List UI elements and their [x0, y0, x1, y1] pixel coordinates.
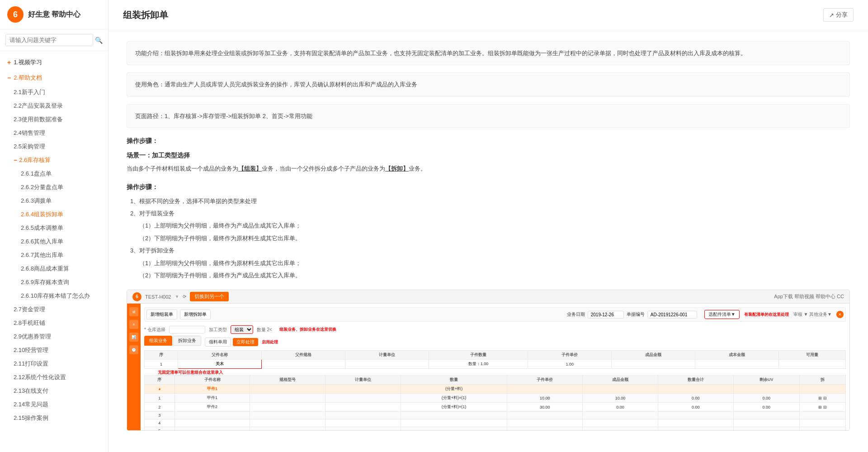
- sidebar-item-2-6-3[interactable]: 2.6.3调拨单: [21, 194, 108, 208]
- sidebar-item-2-7[interactable]: 2.7资金管理: [14, 303, 108, 316]
- path-intro-text: 页面路径：1、库存核算->库存管理->组装拆卸单 2、首页->常用功能: [135, 113, 312, 119]
- th-unit: 计量单位: [345, 351, 429, 360]
- more-btns: 审核 ▼ 其他业务▼: [793, 311, 832, 318]
- feature-intro-block: 功能介绍：组装拆卸单用来处理企业组装或拆卸等加工业务，支持有固定装配清单的产品加…: [127, 41, 850, 65]
- tabs-row: 组装业务 拆卸业务 领料单用 立即处理 启用处理: [144, 336, 846, 348]
- th-sub-spec: 规格型号: [250, 376, 326, 385]
- steps-label: 操作步骤：: [127, 183, 850, 191]
- sidebar-item-2-15[interactable]: 2.15操作案例: [14, 411, 108, 425]
- sidebar-item-2-6-9[interactable]: 2.6.9库存账本查询: [21, 276, 108, 289]
- main-content-area: 组装拆卸单 ↗ 分享 功能介绍：组装拆卸单用来处理企业组装或拆卸等加工业务，支持…: [108, 0, 868, 452]
- annotation-area-top: 新增组装单 新增拆卸单 业务日期 单据编号 选配件清单▼: [144, 307, 846, 430]
- sidebar-item-2-10[interactable]: 2.10经营管理: [14, 343, 108, 357]
- no-label: 单据编号: [627, 311, 645, 318]
- form-label-3: 数量 2<: [257, 327, 272, 333]
- table-row: 5: [145, 427, 846, 431]
- search-button[interactable]: 🔍: [95, 37, 103, 44]
- td-product-amt: [612, 360, 695, 369]
- sidebar-item-2-2[interactable]: 2.2产品安装及登录: [14, 99, 108, 113]
- table-row: 1 甲件1 (分量+料)×(1) 10.00 10.00 0.00 0.00: [145, 394, 846, 403]
- step3: 3、对于拆卸业务: [130, 245, 850, 256]
- step2: 2、对于组装业务: [130, 208, 850, 219]
- sidebar-item-help-docs[interactable]: − 2.帮助文档: [0, 70, 108, 86]
- td-available: [779, 360, 846, 369]
- dropdown-icon: ▼: [175, 294, 179, 299]
- sidebar-item-2-6[interactable]: − 2.6库存核算: [14, 153, 108, 167]
- feature-intro-text: 功能介绍：组装拆卸单用来处理企业组装或拆卸等加工业务，支持有固定装配清单的产品加…: [135, 50, 746, 57]
- sidebar-item-2-6-7[interactable]: 2.6.7其他出库单: [21, 248, 108, 262]
- steps-title: 操作步骤：: [127, 137, 850, 145]
- app-main-area: 新增组装单 新增拆卸单 业务日期 单据编号 选配件清单▼: [141, 304, 849, 430]
- date-input[interactable]: [588, 311, 624, 319]
- sidebar-item-2-6-2[interactable]: 2.6.2分量盘点单: [21, 181, 108, 194]
- warehouse-input[interactable]: [169, 326, 205, 333]
- enable-input[interactable]: 领料单用: [205, 338, 231, 347]
- parent-table: 序 父件名称 父件规格 计量单位 子件数量 子件单价 成品金额 成本金额 可用量: [144, 350, 846, 369]
- th-sub-product-amt: 成品金额: [583, 376, 658, 385]
- sidebar-item-2-11[interactable]: 2.11打印设置: [14, 357, 108, 371]
- no-input[interactable]: [647, 311, 697, 319]
- sidebar-item-2-8[interactable]: 2.8手机旺铺: [14, 316, 108, 330]
- new-disassembly-btn[interactable]: 新增拆卸单: [180, 309, 211, 319]
- search-input[interactable]: [5, 34, 93, 46]
- td-seq: 1: [145, 360, 178, 369]
- sidebar-item-2-12[interactable]: 2.12系统个性化设置: [14, 371, 108, 384]
- app-body: ⊞ ≡ 📊 🕐 新增组装单 新增拆卸单: [127, 304, 849, 430]
- tab-bar: 组装业务 拆卸业务: [144, 336, 201, 346]
- td-cost-amt: [695, 360, 779, 369]
- list-icon: ≡: [129, 320, 138, 329]
- step3-sub1: （1）上部明细为父件明细，最终作为原材料生成其它出库单；: [139, 258, 850, 268]
- logo-text: 好生意 帮助中心: [28, 10, 80, 19]
- sidebar-item-2-1[interactable]: 2.1新手入门: [14, 86, 108, 99]
- process-type-select[interactable]: 组装 拆卸: [231, 325, 253, 334]
- step2-sub1: （1）上部明细为父件明细，最终作为产成品生成其它入库单；: [139, 220, 850, 231]
- sidebar-logo: 6 好生意 帮助中心: [0, 0, 108, 29]
- sidebar-item-2-6-5[interactable]: 2.6.5成本调整单: [21, 221, 108, 235]
- switch-btn[interactable]: 切换到另一个: [190, 292, 229, 301]
- nav-list: + 1.视频学习 − 2.帮助文档 2.1新手入门 2.2产品安装及登录 2.3…: [0, 51, 108, 428]
- sidebar-item-2-6-10[interactable]: 2.6.10库存账本错了怎么办: [21, 289, 108, 303]
- app-company: TEST-H002: [145, 294, 171, 300]
- th-sub-price: 子件单价: [507, 376, 583, 385]
- th-product-amt: 成品金额: [612, 351, 695, 360]
- sidebar-item-2-6-4[interactable]: 2.6.4组装拆卸单: [21, 208, 108, 221]
- sidebar-item-2-6-8[interactable]: 2.6.8商品成本重算: [21, 262, 108, 276]
- bom-select-box[interactable]: 选配件清单▼: [704, 310, 740, 319]
- topbar-icons: App下载 帮助视频 帮助中心 CC: [774, 293, 844, 300]
- step2-sub2: （2）下部明细为子件明细，最终作为原材料生成其它出库单。: [139, 233, 850, 243]
- clock-icon: 🕐: [129, 345, 138, 354]
- sidebar-item-2-6-1[interactable]: 2.6.1盘点单: [21, 167, 108, 181]
- tab-disassembly[interactable]: 拆卸业务: [173, 336, 201, 346]
- sidebar-item-2-5[interactable]: 2.5采购管理: [14, 140, 108, 153]
- sidebar-item-2-13[interactable]: 2.13在线支付: [14, 384, 108, 398]
- role-intro-block: 使用角色：通常由生产人员或库管人员完成拆装业务的操作，库管人员确认原材料的出库和…: [127, 72, 850, 96]
- sidebar-item-2-14[interactable]: 2.14常见问题: [14, 398, 108, 411]
- share-icon: ↗: [829, 12, 834, 19]
- collapse-icon-2-6: −: [14, 157, 17, 164]
- chart-icon: 📊: [129, 333, 138, 342]
- sidebar-item-2-9[interactable]: 2.9优惠券管理: [14, 330, 108, 343]
- steps-list: 1、根据不同的业务，选择不同单据的类型来处理 2、对于组装业务 （1）上部明细为…: [130, 196, 850, 281]
- share-button[interactable]: ↗ 分享: [823, 8, 854, 22]
- annotation-3-text: 启用处理: [262, 339, 278, 345]
- th-qty: 子件数量: [429, 351, 528, 360]
- sidebar-item-2-6-label: 2.6库存核算: [19, 156, 51, 164]
- sidebar-item-2-3[interactable]: 2.3使用前数据准备: [14, 113, 108, 126]
- annotation-1-text: 有装配清单的在这里处理: [744, 312, 789, 318]
- table-row: 2 甲件2 (分量+料)×(1) 30.00 0.00 0.00 0.00: [145, 403, 846, 412]
- close-icon[interactable]: ✕: [836, 311, 844, 318]
- sidebar-item-label: 1.视频学习: [14, 58, 42, 67]
- th-parent-spec: 父件规格: [261, 351, 345, 360]
- sidebar-item-2-4[interactable]: 2.4销售管理: [14, 126, 108, 140]
- sidebar-item-video[interactable]: + 1.视频学习: [0, 55, 108, 70]
- th-price: 子件单价: [528, 351, 612, 360]
- step3-sub2: （2）下部明细为子件明细，最终作为产成品生成其它入库单。: [139, 270, 850, 281]
- app-mockup: 6 TEST-H002 ▼ ⟳ 切换到另一个 App下载 帮助视频 帮助中心 C…: [127, 290, 849, 430]
- tab-assembly[interactable]: 组装业务: [144, 336, 172, 346]
- sidebar-item-2-6-6[interactable]: 2.6.6其他入库单: [21, 235, 108, 248]
- new-assembly-btn[interactable]: 新增组装单: [146, 309, 177, 319]
- th-seq2: 序: [145, 376, 175, 385]
- app-topbar: 6 TEST-H002 ▼ ⟳ 切换到另一个 App下载 帮助视频 帮助中心 C…: [127, 290, 849, 304]
- annotation-3-container: 领料单用 立即处理 启用处理: [205, 338, 278, 347]
- enable-btn[interactable]: 立即处理: [233, 338, 258, 346]
